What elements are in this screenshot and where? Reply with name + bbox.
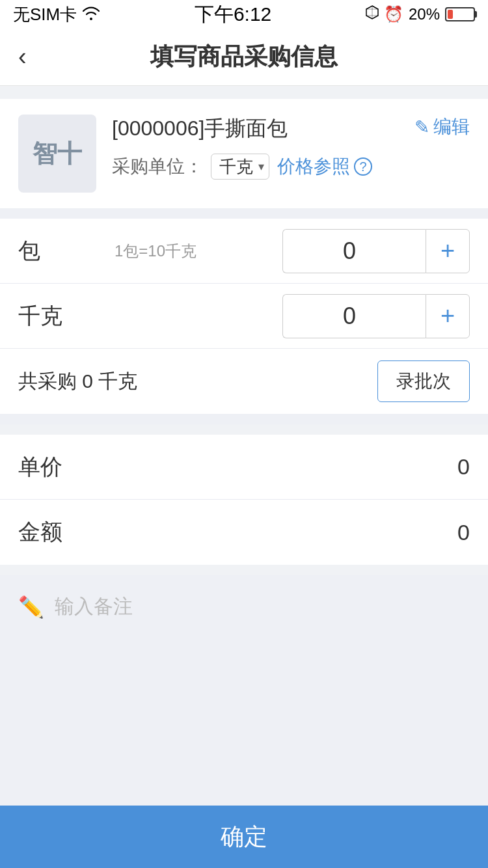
note-placeholder: 输入备注	[55, 593, 133, 620]
input-section: 包 1包=10千克 + 千克 +	[0, 219, 488, 349]
battery-icon	[445, 7, 475, 21]
content-area	[0, 638, 488, 834]
unit-price-row: 单价 0	[0, 435, 488, 500]
section-divider-2	[0, 414, 488, 424]
product-card: 智十 [0000006]手撕面包 采购单位： 千克 ▾ 价格参照 ? ✎ 编辑	[0, 99, 488, 208]
bag-label: 包	[18, 236, 109, 266]
total-label: 共采购 0 千克	[18, 368, 137, 395]
unit-select[interactable]: 千克	[211, 154, 269, 180]
note-section[interactable]: ✏️ 输入备注	[0, 575, 488, 638]
kg-qty-input[interactable]	[282, 294, 426, 338]
unit-price-label: 单价	[18, 452, 62, 482]
amount-label: 金额	[18, 517, 62, 547]
status-bar-right: ⏰ 20%	[366, 5, 475, 23]
status-bar-time: 下午6:12	[195, 1, 271, 28]
edit-label: 编辑	[433, 115, 470, 139]
kg-plus-button[interactable]: +	[426, 294, 470, 338]
section-divider-1	[0, 208, 488, 219]
carrier-text: 无SIM卡	[13, 3, 77, 26]
bag-qty-wrapper: +	[282, 229, 470, 273]
amount-value: 0	[457, 520, 470, 545]
bag-qty-input[interactable]	[282, 229, 426, 273]
bag-sublabel: 1包=10千克	[115, 241, 197, 262]
price-ref-button[interactable]: 价格参照 ?	[277, 154, 372, 179]
status-bar: 无SIM卡 下午6:12 ⏰ 20%	[0, 0, 488, 29]
batch-button[interactable]: 录批次	[377, 360, 470, 402]
confirm-button[interactable]: 确定	[0, 806, 488, 868]
unit-price-value: 0	[457, 454, 470, 480]
product-unit-row: 采购单位： 千克 ▾ 价格参照 ?	[112, 154, 470, 180]
price-section: 单价 0 金额 0	[0, 435, 488, 565]
bag-plus-button[interactable]: +	[426, 229, 470, 273]
alarm-icon: ⏰	[384, 5, 403, 23]
battery-percent: 20%	[409, 5, 440, 23]
product-image: 智十	[18, 115, 96, 193]
kg-label: 千克	[18, 301, 109, 331]
back-button[interactable]: ‹	[18, 43, 27, 71]
info-icon: ?	[354, 157, 372, 176]
edit-icon: ✎	[414, 116, 429, 138]
unit-select-wrapper[interactable]: 千克 ▾	[211, 154, 269, 180]
edit-button[interactable]: ✎ 编辑	[414, 115, 470, 139]
kg-qty-wrapper: +	[282, 294, 470, 338]
nav-bar: ‹ 填写商品采购信息	[0, 29, 488, 86]
pencil-icon: ✏️	[18, 595, 44, 619]
kg-input-row: 千克 +	[0, 284, 488, 349]
location-icon	[366, 5, 379, 23]
amount-row: 金额 0	[0, 500, 488, 565]
product-logo: 智十	[33, 137, 82, 170]
page-title: 填写商品采购信息	[150, 41, 338, 73]
price-ref-label: 价格参照	[277, 154, 350, 179]
unit-prefix-label: 采购单位：	[112, 154, 203, 179]
wifi-icon	[82, 5, 100, 25]
total-row: 共采购 0 千克 录批次	[0, 349, 488, 414]
bag-input-row: 包 1包=10千克 +	[0, 219, 488, 284]
status-bar-left: 无SIM卡	[13, 3, 100, 26]
